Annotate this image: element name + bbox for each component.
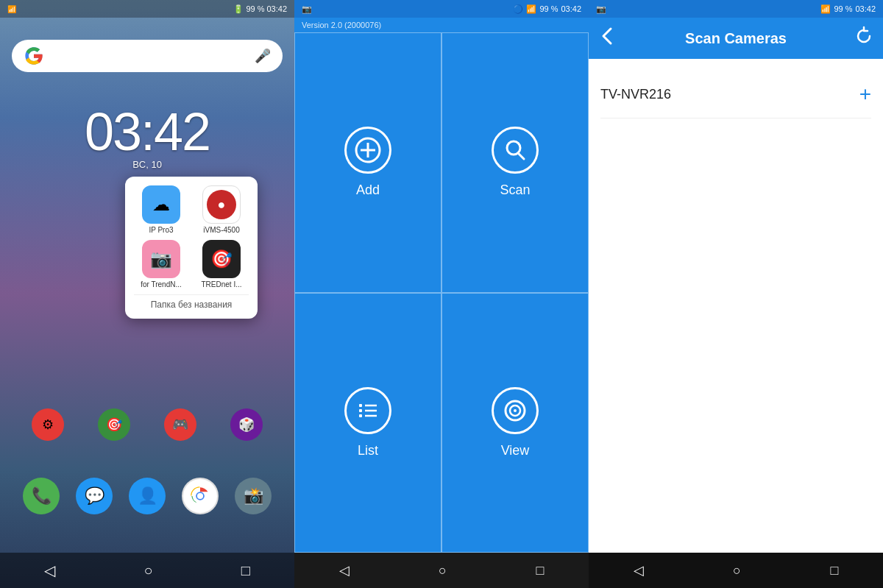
list-icon-svg	[355, 397, 381, 424]
trendnet1-icon: 📷	[142, 240, 180, 278]
mic-icon[interactable]: 🎤	[255, 48, 271, 64]
scan-icon-svg	[502, 137, 528, 163]
ivms-label: iVMS-4500	[203, 226, 239, 234]
scan-refresh-button[interactable]	[854, 26, 874, 51]
add-icon-circle	[344, 127, 391, 174]
app-folder-grid: ☁ IP Pro3 ● iVMS-4500 📷 for TrendN... 🎯 …	[134, 185, 249, 288]
nav-home-1[interactable]: ○	[143, 562, 152, 579]
camera-icon-3: 📷	[596, 4, 606, 14]
ivms-inner: ●	[207, 190, 236, 219]
scan-label: Scan	[500, 183, 530, 198]
svg-point-2	[197, 493, 203, 499]
nav-bar-3: ◁ ○ □	[589, 553, 883, 588]
nav-home-2[interactable]: ○	[439, 563, 447, 578]
battery-icon: 🔋	[233, 4, 244, 14]
list-icon-circle	[344, 387, 391, 434]
view-label: View	[501, 443, 530, 458]
scan-content: TV-NVR216 +	[589, 59, 883, 553]
time-1: 03:42	[266, 4, 287, 13]
scan-header: Scan Cameras	[589, 18, 883, 59]
status-bar-left-2: 📷	[302, 4, 312, 14]
dock-contacts[interactable]: 👤	[129, 478, 166, 514]
dock-chrome[interactable]	[182, 478, 219, 514]
bt-icon: 🔵	[513, 4, 523, 14]
menu-view[interactable]: View	[442, 293, 589, 553]
add-icon-svg	[355, 137, 381, 163]
status-bar-right-2: 🔵 📶 99 % 03:42	[513, 4, 581, 14]
menu-list[interactable]: List	[294, 293, 442, 553]
scan-header-title: Scan Cameras	[685, 30, 787, 47]
add-label: Add	[356, 183, 380, 198]
nav-back-3[interactable]: ◁	[634, 562, 644, 578]
add-device-button[interactable]: +	[859, 82, 871, 106]
dock-phone[interactable]: 📞	[23, 478, 60, 514]
scan-device-row: TV-NVR216 +	[600, 71, 871, 118]
version-bar: Version 2.0 (2000076)	[294, 18, 589, 32]
ivms-icon: ●	[202, 185, 241, 224]
status-bar-right-1: 🔋 99 % 03:42	[233, 4, 287, 14]
nav-recent-1[interactable]: □	[241, 562, 250, 579]
app-icon-green[interactable]: 🎯	[98, 408, 130, 441]
folder-title: Папка без названия	[134, 294, 249, 310]
svg-line-7	[518, 153, 524, 159]
wifi-icon: 📶	[7, 5, 16, 13]
nav-recent-3[interactable]: □	[830, 563, 838, 578]
status-right-3: 📶 99 % 03:42	[820, 4, 876, 14]
nav-bar-2: ◁ ○ □	[294, 553, 589, 588]
google-search-bar[interactable]: 🎤	[12, 40, 283, 72]
home-time: 03:42 BC, 10	[0, 102, 294, 170]
trendnet1-label: for TrendN...	[141, 280, 182, 288]
refresh-icon	[854, 26, 874, 46]
nav-back-1[interactable]: ◁	[44, 562, 55, 579]
app-menu-grid: Add Scan	[294, 32, 589, 553]
signal-3: 📶	[820, 4, 831, 14]
app-trendnet2[interactable]: 🎯 TREDnet I...	[194, 240, 249, 288]
status-left-3: 📷	[596, 4, 606, 14]
app-icon-game[interactable]: 🎮	[164, 408, 196, 441]
battery-3: 99 %	[834, 4, 852, 13]
time-2: 03:42	[561, 4, 581, 13]
chrome-icon	[190, 486, 210, 506]
scan-icon-circle	[492, 127, 539, 174]
app-icon-purple[interactable]: 🎲	[230, 408, 263, 441]
view-icon-svg	[502, 397, 528, 424]
nav-back-2[interactable]: ◁	[339, 562, 350, 578]
ip-pro3-label: IP Pro3	[149, 226, 173, 234]
nav-home-3[interactable]: ○	[733, 563, 741, 578]
nav-recent-2[interactable]: □	[536, 563, 544, 578]
list-label: List	[358, 443, 378, 458]
svg-point-16	[514, 409, 517, 412]
trendnet2-icon: 🎯	[202, 240, 241, 278]
battery-2: 99 %	[539, 4, 558, 13]
app-ip-pro3[interactable]: ☁ IP Pro3	[134, 185, 188, 234]
app-icon-red[interactable]: ⚙	[32, 408, 64, 441]
status-bar-1: 📶 🔋 99 % 03:42	[0, 0, 294, 18]
battery-text-1: 99 %	[246, 4, 264, 13]
home-dock: 📞 💬 👤 📸	[0, 478, 294, 514]
android-home-screen: 📶 🔋 99 % 03:42 🎤 03:42 BC, 10	[0, 0, 294, 588]
dock-camera[interactable]: 📸	[235, 478, 272, 514]
scan-back-button[interactable]	[597, 26, 618, 51]
home-apps-secondary: ⚙ 🎯 🎮 🎲	[0, 408, 294, 441]
device-name: TV-NVR216	[600, 87, 671, 102]
app-menu-screen: 📷 🔵 📶 99 % 03:42 Version 2.0 (2000076)	[294, 0, 589, 588]
menu-add[interactable]: Add	[294, 32, 442, 293]
status-bar-3: 📷 📶 99 % 03:42	[589, 0, 883, 18]
app-folder-popup: ☁ IP Pro3 ● iVMS-4500 📷 for TrendN... 🎯 …	[125, 177, 258, 319]
menu-scan[interactable]: Scan	[442, 32, 589, 293]
status-bar-left-1: 📶	[7, 5, 16, 13]
home-time-display: 03:42	[0, 102, 294, 162]
version-text: Version 2.0 (2000076)	[302, 21, 381, 29]
home-time-sub: BC, 10	[0, 159, 294, 170]
app-trendnet1[interactable]: 📷 for TrendN...	[134, 240, 188, 288]
nav-bar-1: ◁ ○ □	[0, 553, 294, 588]
camera-status-icon: 📷	[302, 4, 312, 14]
app-ivms[interactable]: ● iVMS-4500	[194, 185, 249, 234]
status-bar-2: 📷 🔵 📶 99 % 03:42	[294, 0, 589, 18]
view-icon-circle	[492, 387, 539, 434]
svg-rect-8	[359, 404, 362, 407]
trendnet2-label: TREDnet I...	[201, 280, 241, 288]
google-logo	[24, 46, 44, 66]
scan-cameras-screen: 📷 📶 99 % 03:42 Scan Cameras	[589, 0, 883, 588]
dock-sms[interactable]: 💬	[76, 478, 113, 514]
